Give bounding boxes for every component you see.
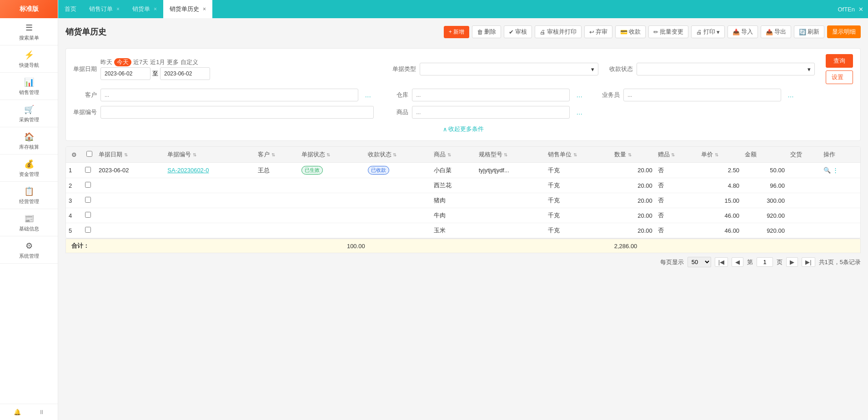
sort-doc-no-icon[interactable]: ⇅ [193, 152, 196, 157]
show-detail-button[interactable]: 显示明细 [827, 25, 861, 38]
cell-doc-no[interactable] [165, 178, 255, 193]
batch-change-button[interactable]: ✏ 批量变更 [648, 25, 688, 38]
new-button[interactable]: + 新增 [444, 26, 469, 38]
cell-action[interactable] [821, 208, 860, 223]
topbar-close-icon[interactable]: ✕ [858, 6, 863, 13]
query-button[interactable]: 查询 [826, 54, 853, 68]
next-page-btn[interactable]: ▶ [786, 257, 798, 267]
setting-button[interactable]: 设置 [826, 70, 853, 84]
col-checkbox[interactable] [82, 147, 96, 163]
sort-doc-date-icon[interactable]: ⇅ [124, 152, 128, 157]
date-shortcut-custom[interactable]: 自定义 [181, 58, 198, 66]
date-shortcut-1month[interactable]: 近1月 [150, 58, 165, 66]
settings-icon[interactable]: ⚙ [71, 151, 77, 158]
tab-delivery-close[interactable]: × [154, 6, 157, 12]
cell-doc-no[interactable] [165, 223, 255, 238]
first-page-btn[interactable]: |◀ [715, 257, 728, 267]
sort-receive-status-icon[interactable]: ⇅ [393, 152, 396, 157]
print-button[interactable]: 🖨 打印 ▾ [691, 25, 725, 38]
docno-input[interactable] [100, 106, 374, 119]
current-page-input[interactable] [757, 257, 773, 267]
date-shortcut-yesterday[interactable]: 昨天 [100, 58, 112, 66]
row-checkbox-input[interactable] [85, 227, 91, 233]
sidebar-item-basic-info[interactable]: 📰 基础信息 [0, 209, 58, 236]
sidebar-item-quick-nav[interactable]: ⚡ 快捷导航 [0, 45, 58, 73]
tab-sales-order-close[interactable]: × [116, 6, 120, 12]
action-view-icon[interactable]: 🔍 [823, 167, 831, 174]
sidebar-bottom-icon1[interactable]: 🔔 [14, 409, 21, 415]
sidebar-item-purchase-mgmt[interactable]: 🛒 采购管理 [0, 100, 58, 127]
sort-gift-icon[interactable]: ⇅ [671, 152, 675, 157]
cell-action[interactable] [821, 193, 860, 208]
import-button[interactable]: 📥 导入 [728, 25, 758, 38]
sort-customer-icon[interactable]: ⇅ [271, 152, 275, 157]
receive-status-select[interactable]: ▾ [637, 63, 815, 75]
sidebar-bottom-icon2[interactable]: ⏸ [39, 409, 45, 415]
refresh-button[interactable]: 🔄 刷新 [794, 25, 824, 38]
sort-qty-icon[interactable]: ⇅ [628, 152, 632, 157]
row-checkbox[interactable] [82, 178, 96, 193]
doc-type-select[interactable]: ▾ [420, 63, 598, 75]
cell-action[interactable]: 🔍⋮ [821, 163, 860, 178]
sort-unit-icon[interactable]: ⇅ [573, 152, 577, 157]
collapse-button[interactable]: ∧ 收起更多条件 [443, 125, 484, 133]
row-checkbox[interactable] [82, 163, 96, 178]
row-checkbox[interactable] [82, 193, 96, 208]
tab-delivery-history-close[interactable]: × [203, 6, 206, 12]
warehouse-input[interactable] [412, 89, 570, 101]
sort-price-icon[interactable]: ⇅ [715, 152, 718, 157]
cell-customer: 王总 [255, 163, 299, 178]
last-page-btn[interactable]: ▶| [802, 257, 815, 267]
action-more-icon[interactable]: ⋮ [833, 167, 838, 174]
sidebar-item-operation[interactable]: 📋 经营管理 [0, 182, 58, 209]
date-shortcut-today[interactable]: 今天 [114, 58, 131, 66]
tab-home[interactable]: 首页 [58, 0, 83, 18]
goods-input[interactable] [412, 106, 570, 119]
warehouse-ellipsis-btn[interactable]: … [573, 90, 585, 100]
staff-input[interactable] [623, 89, 781, 101]
cell-action[interactable] [821, 178, 860, 193]
row-checkbox-input[interactable] [85, 197, 91, 203]
export-button[interactable]: 📤 导出 [761, 25, 791, 38]
row-checkbox[interactable] [82, 208, 96, 223]
sidebar-item-sales-mgmt[interactable]: 📊 销售管理 [0, 73, 58, 100]
export-icon: 📤 [766, 29, 773, 35]
audit-button[interactable]: ✔ 审核 [504, 25, 532, 38]
sidebar-item-finance[interactable]: 💰 资金管理 [0, 155, 58, 182]
page-label-prefix: 第 [747, 258, 753, 266]
sidebar-item-search-menu[interactable]: ☰ 搜索菜单 [0, 18, 58, 45]
row-checkbox-input[interactable] [85, 167, 91, 173]
customer-input[interactable] [100, 89, 358, 101]
sidebar-item-inventory[interactable]: 🏠 库存核算 [0, 127, 58, 155]
date-shortcut-7days[interactable]: 近7天 [133, 58, 148, 66]
cell-action[interactable] [821, 223, 860, 238]
abandon-button[interactable]: ↩ 弃审 [584, 25, 612, 38]
sort-spec-icon[interactable]: ⇅ [504, 152, 507, 157]
cell-doc-no[interactable] [165, 208, 255, 223]
prev-page-btn[interactable]: ◀ [732, 257, 743, 267]
delete-button[interactable]: 🗑 删除 [472, 25, 501, 38]
customer-ellipsis-btn[interactable]: … [362, 90, 374, 100]
per-page-select[interactable]: 50 100 200 [687, 257, 711, 267]
select-all-checkbox[interactable] [86, 151, 92, 157]
row-checkbox-input[interactable] [85, 182, 91, 188]
date-to-input[interactable] [160, 67, 210, 80]
sidebar-item-sys-mgmt[interactable]: ⚙ 系统管理 [0, 236, 58, 264]
row-checkbox[interactable] [82, 223, 96, 238]
tab-sales-order[interactable]: 销售订单 × [83, 0, 126, 18]
receive-button[interactable]: 💳 收款 [615, 25, 646, 38]
date-from-input[interactable] [100, 67, 151, 80]
date-shortcut-more[interactable]: 更多 [167, 58, 179, 66]
audit-print-button[interactable]: 🖨 审核并打印 [535, 25, 582, 38]
row-checkbox-input[interactable] [85, 212, 91, 218]
goods-ellipsis-btn[interactable]: … [573, 108, 585, 117]
cell-doc-no[interactable]: SA-20230602-0 [165, 163, 255, 178]
col-settings[interactable]: ⚙ [66, 147, 82, 163]
tab-delivery[interactable]: 销货单 × [126, 0, 163, 18]
sort-goods-icon[interactable]: ⇅ [447, 152, 451, 157]
tab-delivery-history[interactable]: 销货单历史 × [163, 0, 212, 18]
cell-doc-no[interactable] [165, 193, 255, 208]
sort-doc-status-icon[interactable]: ⇅ [326, 152, 330, 157]
doc-no-link[interactable]: SA-20230602-0 [167, 167, 209, 174]
staff-ellipsis-btn[interactable]: … [785, 90, 797, 100]
